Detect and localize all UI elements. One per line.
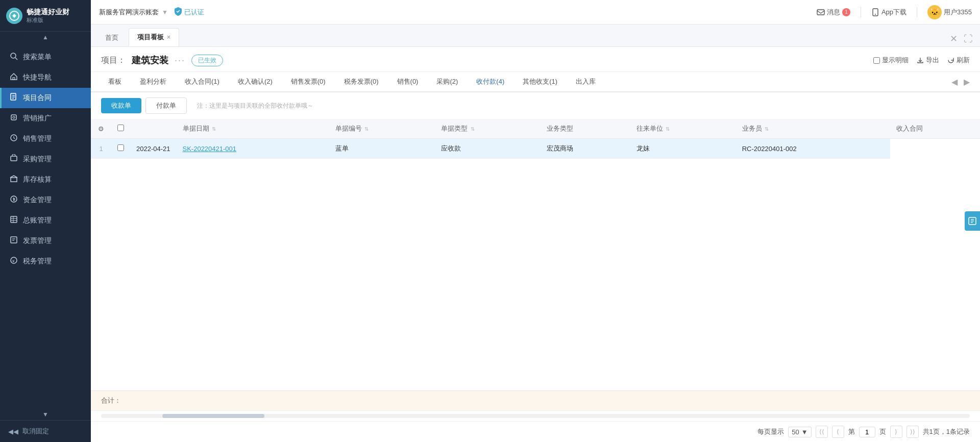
invoice-icon	[10, 236, 18, 246]
subtab-income-contract[interactable]: 收入合同(1)	[176, 72, 229, 92]
tab-home[interactable]: 首页	[97, 29, 127, 46]
svg-point-24	[875, 14, 876, 15]
right-panel[interactable]	[965, 211, 980, 231]
td-code[interactable]: SK-20220421-001	[177, 139, 329, 159]
td-checkbox[interactable]	[111, 139, 130, 159]
tab-project-board[interactable]: 项目看板 ×	[129, 28, 179, 46]
subtab-profit-label: 盈利分析	[140, 78, 166, 85]
th-code[interactable]: 单据编号 ⇅	[329, 119, 435, 139]
show-detail-check[interactable]	[873, 57, 880, 64]
subtab-payment[interactable]: 收付款(4)	[467, 72, 513, 92]
tab-close-icon[interactable]: ×	[167, 34, 170, 41]
sidebar-footer-label: 取消固定	[22, 427, 49, 436]
page-input[interactable]	[859, 427, 875, 437]
topbar-account[interactable]: 新服务官网演示账套 ▼	[99, 8, 168, 17]
refresh-btn[interactable]: 刷新	[947, 56, 970, 65]
export-label: 导出	[926, 56, 939, 65]
unpin-icon: ◀◀	[8, 428, 18, 435]
tab-close-window-btn[interactable]: ✕	[949, 33, 959, 44]
per-page-select[interactable]: 50 ▼	[788, 427, 811, 437]
sidebar-scroll-down[interactable]: ▼	[0, 409, 91, 420]
subtab-sales-invoice[interactable]: 销售发票(0)	[282, 72, 335, 92]
project-status: 已生效	[191, 55, 223, 66]
sidebar-footer[interactable]: ◀◀ 取消固定	[0, 420, 91, 442]
svg-text:¥: ¥	[12, 259, 15, 263]
topbar-user[interactable]: 🐱 用户3355	[927, 5, 972, 19]
per-page-dropdown-icon: ▼	[801, 428, 808, 436]
sidebar-item-contract[interactable]: 项目合同	[0, 88, 91, 108]
code-link[interactable]: SK-20220421-001	[183, 145, 237, 153]
sidebar: 畅捷通好业财 标准版 ▲ 搜索菜单 快捷导航 项目合同	[0, 0, 91, 442]
sec-tab-payment-label: 付款单	[156, 102, 176, 109]
sidebar-scroll-up[interactable]: ▲	[0, 32, 91, 43]
sec-tab-payment[interactable]: 付款单	[145, 97, 187, 114]
account-dropdown-icon: ▼	[162, 9, 168, 16]
subtab-income-confirm[interactable]: 收入确认(2)	[229, 72, 282, 92]
svg-point-9	[13, 116, 15, 118]
select-all-checkbox[interactable]	[117, 125, 124, 131]
sidebar-item-label-contract: 项目合同	[23, 93, 52, 103]
next-page-btn[interactable]: ⟩	[890, 426, 902, 438]
sidebar-item-nav[interactable]: 快捷导航	[0, 67, 91, 88]
subtab-prev-btn[interactable]: ◀	[949, 75, 960, 89]
td-income-contract: RC-20220401-002	[736, 139, 891, 159]
horizontal-scrollbar[interactable]	[101, 414, 970, 418]
sec-tabbar: 收款单 付款单 注：这里是与项目关联的全部收付款单哦～	[91, 92, 980, 119]
last-page-btn[interactable]: ⟩⟩	[906, 426, 919, 438]
show-detail-checkbox[interactable]: 显示明细	[873, 56, 909, 65]
main: 新服务官网演示账套 ▼ 已认证 消息 1 App下载	[91, 0, 980, 442]
subtab-other-label: 其他收支(1)	[523, 78, 557, 85]
topbar-msg[interactable]: 消息 1	[817, 8, 850, 17]
sidebar-item-purchase[interactable]: 采购管理	[0, 149, 91, 169]
subtab-tax-invoice[interactable]: 税务发票(0)	[335, 72, 388, 92]
row-checkbox[interactable]	[117, 144, 124, 151]
project-more-btn[interactable]: ···	[175, 55, 185, 66]
th-date[interactable]: 单据日期 ⇅	[177, 119, 329, 139]
subtab-purchase[interactable]: 采购(2)	[427, 72, 467, 92]
prev-page-btn[interactable]: ⟨	[832, 426, 844, 438]
topbar-app[interactable]: App下载	[871, 8, 906, 17]
th-checkbox[interactable]	[111, 119, 130, 139]
svg-rect-22	[817, 10, 824, 15]
salesman-sort-icon: ⇅	[765, 126, 769, 132]
first-page-btn[interactable]: ⟨⟨	[816, 426, 828, 438]
th-salesman[interactable]: 业务员 ⇅	[736, 119, 891, 139]
sidebar-item-ledger[interactable]: 总账管理	[0, 210, 91, 231]
settings-icon[interactable]: ⚙	[98, 125, 104, 133]
export-btn[interactable]: 导出	[917, 56, 939, 65]
first-page-icon: ⟨⟨	[819, 428, 824, 435]
subtab-other[interactable]: 其他收支(1)	[513, 72, 567, 92]
right-panel-icon	[969, 216, 976, 226]
scrollbar-thumb[interactable]	[162, 414, 264, 418]
subtab-inout[interactable]: 出入库	[567, 72, 605, 92]
th-income-contract: 收入合同	[890, 119, 980, 139]
sidebar-item-tax[interactable]: ¥ 税务管理	[0, 251, 91, 272]
sidebar-item-search[interactable]: 搜索菜单	[0, 47, 91, 67]
sidebar-item-label-search: 搜索菜单	[23, 53, 52, 62]
sidebar-item-invoice[interactable]: 发票管理	[0, 231, 91, 251]
th-settings[interactable]: ⚙	[91, 119, 111, 139]
topbar: 新服务官网演示账套 ▼ 已认证 消息 1 App下载	[91, 0, 980, 24]
sec-tab-receipt[interactable]: 收款单	[101, 98, 141, 113]
tab-home-label: 首页	[105, 33, 118, 42]
tabbar-actions: ✕ ⛶	[949, 33, 974, 46]
th-partner[interactable]: 往来单位 ⇅	[630, 119, 736, 139]
purchase-icon	[10, 154, 18, 164]
sidebar-item-inventory[interactable]: 库存核算	[0, 169, 91, 190]
th-num	[130, 119, 177, 139]
subtab-next-btn[interactable]: ▶	[962, 75, 972, 89]
td-partner: 宏茂商场	[541, 139, 630, 159]
th-type[interactable]: 单据类型 ⇅	[435, 119, 541, 139]
sidebar-item-sales[interactable]: 销售管理	[0, 129, 91, 149]
sidebar-item-marketing[interactable]: 营销推广	[0, 108, 91, 129]
svg-line-2	[15, 58, 17, 60]
next-page-icon: ⟩	[895, 428, 897, 435]
subtab-sales[interactable]: 销售(0)	[388, 72, 428, 92]
subtab-profit[interactable]: 盈利分析	[131, 72, 176, 92]
tab-expand-btn[interactable]: ⛶	[963, 33, 974, 44]
search-icon	[10, 52, 18, 62]
per-page-label: 每页显示	[757, 427, 784, 436]
td-biz-type: 应收款	[435, 139, 541, 159]
subtab-board[interactable]: 看板	[99, 72, 131, 92]
sidebar-item-finance[interactable]: 资金管理	[0, 190, 91, 210]
